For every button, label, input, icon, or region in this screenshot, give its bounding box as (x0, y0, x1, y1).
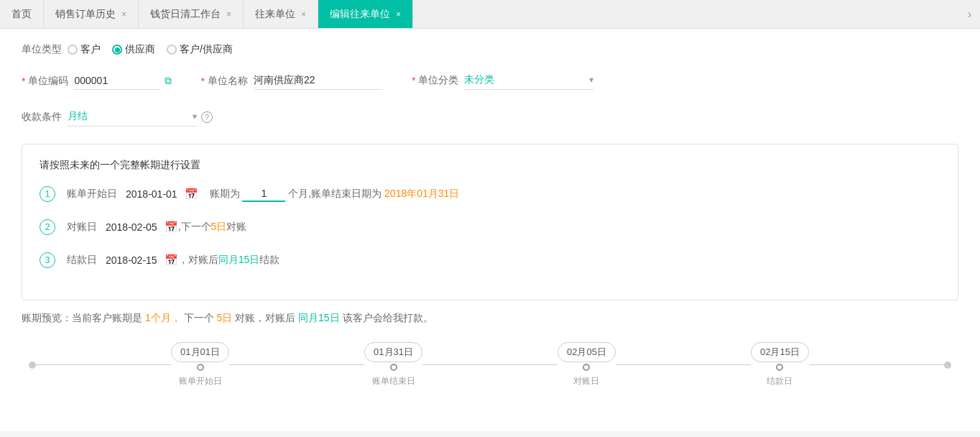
step3-row: 3 结款日 2018-02-15 📅 ，对账后 同月15日 结款 (40, 252, 940, 268)
unit-code-label: 单位编码 (28, 75, 68, 88)
step3-num: 3 (40, 252, 55, 268)
preview-text: 账期预览：当前客户账期是 1个月， 下一个 5日 对账，对账后 同月15日 该客… (22, 312, 958, 325)
timeline-dot-2 (390, 364, 397, 371)
timeline-line-3 (422, 364, 558, 365)
required-star-code: * (22, 75, 25, 87)
step1-end-date: 2018年01月31日 (384, 188, 459, 201)
unit-category-value: 未分类 (464, 73, 586, 86)
timeline-dot-1 (197, 364, 204, 371)
step2-date: 2018-02-05 (106, 221, 157, 233)
period-input[interactable] (242, 186, 285, 202)
unit-category-label: 单位分类 (418, 74, 458, 87)
step1-period-label: 账期为 (207, 188, 243, 201)
timeline-node-3: 02月05日 对账日 (558, 342, 616, 387)
calendar-icon-3[interactable]: 📅 (165, 254, 178, 267)
radio-group: 客户 供应商 客户/供应商 (68, 43, 233, 56)
preview-highlight1: 1个月， (145, 312, 181, 323)
step3-highlight: 同月15日 (218, 254, 260, 267)
close-icon[interactable]: × (226, 9, 231, 19)
tab-home[interactable]: 首页 (0, 0, 44, 28)
unit-type-row: 单位类型 客户 供应商 客户/供应商 (22, 43, 958, 56)
payment-terms-label: 收款条件 (22, 111, 62, 124)
step1-date: 2018-01-01 (126, 188, 177, 200)
calendar-icon-2[interactable]: 📅 (165, 221, 178, 234)
unit-code-input[interactable] (74, 72, 160, 90)
step2-desc-before: ,下一个 (178, 221, 211, 234)
step3-desc-before: ，对账后 (178, 254, 218, 267)
timeline-date-1: 01月01日 (171, 342, 229, 362)
unit-type-label: 单位类型 (22, 43, 62, 56)
timeline-line-5 (809, 364, 944, 365)
payment-terms-dropdown[interactable]: 月结 ▾ (68, 107, 197, 126)
timeline-start-dot (29, 362, 36, 369)
tab-cash-work[interactable]: 钱货日清工作台 × (139, 0, 244, 28)
calendar-icon-1[interactable]: 📅 (185, 188, 198, 201)
timeline-line-4 (616, 364, 751, 365)
main-content: 单位类型 客户 供应商 客户/供应商 * 单位编码 ⧉ (0, 29, 980, 431)
payment-terms-value: 月结 (68, 110, 190, 123)
tab-sales-history[interactable]: 销售订单历史 × (44, 0, 139, 28)
timeline-label-1: 账单开始日 (179, 375, 222, 387)
radio-customer[interactable]: 客户 (68, 43, 101, 56)
unit-name-label: 单位名称 (208, 75, 248, 88)
radio-both[interactable]: 客户/供应商 (167, 43, 233, 56)
timeline-node-1: 01月01日 账单开始日 (171, 342, 229, 387)
tab-expand-icon[interactable]: › (959, 8, 980, 21)
chevron-down-icon-payment: ▾ (193, 111, 197, 121)
timeline-date-2: 01月31日 (364, 342, 422, 362)
timeline-line-1 (36, 364, 171, 365)
payment-terms-row: 收款条件 月结 ▾ ? (22, 107, 958, 126)
settings-title: 请按照未来的一个完整帐期进行设置 (40, 159, 940, 172)
step2-num: 2 (40, 219, 55, 235)
copy-icon[interactable]: ⧉ (165, 75, 172, 87)
timeline-end-dot (944, 362, 951, 369)
timeline-date-4: 02月15日 (751, 342, 809, 362)
step1-num: 1 (40, 186, 55, 202)
timeline: 01月01日 账单开始日 01月31日 账单结束日 02月05日 对账日 02月… (22, 342, 958, 387)
step1-label: 账单开始日 (67, 188, 117, 201)
step2-desc-after: 对账 (226, 221, 246, 234)
settings-box: 请按照未来的一个完整帐期进行设置 1 账单开始日 2018-01-01 📅 账期… (22, 144, 958, 300)
step2-row: 2 对账日 2018-02-05 📅 ,下一个 5日 对账 (40, 219, 940, 235)
timeline-line-2 (229, 364, 364, 365)
tab-edit-partner[interactable]: 编辑往来单位 × (318, 0, 413, 28)
required-star-name: * (200, 75, 204, 87)
unit-name-input[interactable] (254, 72, 383, 90)
radio-circle-supplier (112, 45, 122, 55)
close-icon[interactable]: × (396, 9, 401, 19)
step1-row: 1 账单开始日 2018-01-01 📅 账期为 个月,账单结束日期为 2018… (40, 186, 940, 202)
tab-partner[interactable]: 往来单位 × (244, 0, 318, 28)
unit-info-row: * 单位编码 ⧉ * 单位名称 * 单位分类 未分类 ▾ (22, 70, 958, 90)
preview-highlight2: 5日 (216, 312, 232, 323)
timeline-date-3: 02月05日 (558, 342, 616, 362)
step3-date: 2018-02-15 (106, 254, 157, 266)
timeline-node-4: 02月15日 结款日 (751, 342, 809, 387)
timeline-dot-4 (776, 364, 783, 371)
radio-supplier[interactable]: 供应商 (112, 43, 155, 56)
chevron-down-icon: ▾ (589, 75, 593, 85)
step2-label: 对账日 (67, 221, 97, 234)
preview-highlight3: 同月15日 (298, 312, 340, 323)
step1-period-after: 个月,账单结束日期为 (285, 188, 384, 201)
step3-desc-after: 结款 (259, 254, 279, 267)
timeline-label-3: 对账日 (573, 375, 599, 387)
radio-circle-customer (68, 45, 78, 55)
close-icon[interactable]: × (121, 9, 126, 19)
unit-category-dropdown[interactable]: 未分类 ▾ (464, 70, 593, 90)
step3-label: 结款日 (67, 254, 97, 267)
required-star-category: * (412, 75, 415, 86)
tab-bar: 首页 销售订单历史 × 钱货日清工作台 × 往来单位 × 编辑往来单位 × › (0, 0, 980, 29)
step2-highlight: 5日 (211, 221, 227, 234)
timeline-label-2: 账单结束日 (372, 375, 415, 387)
timeline-dot-3 (583, 364, 590, 371)
timeline-node-2: 01月31日 账单结束日 (364, 342, 422, 387)
timeline-label-4: 结款日 (767, 375, 792, 387)
help-icon[interactable]: ? (201, 111, 213, 123)
radio-circle-both (167, 45, 177, 55)
close-icon[interactable]: × (301, 9, 306, 19)
